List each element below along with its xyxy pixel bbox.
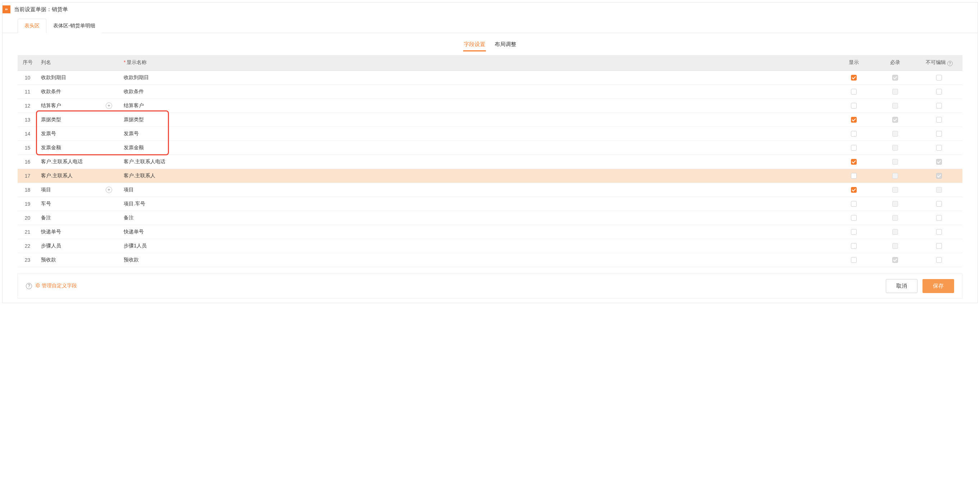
col-header-name: 列名 — [37, 55, 120, 70]
col-header-display-name: *显示名称 — [120, 55, 833, 70]
required-checkbox — [892, 229, 898, 235]
manage-custom-fields-link[interactable]: 管理自定义字段 — [35, 283, 77, 289]
readonly-checkbox[interactable] — [936, 89, 942, 95]
required-checkbox — [892, 75, 898, 81]
row-seq: 13 — [18, 113, 37, 127]
table-row[interactable]: 21快递单号快递单号 — [18, 225, 963, 239]
required-checkbox — [892, 159, 898, 165]
table-row[interactable]: 11收款条件收款条件 — [18, 84, 963, 99]
readonly-checkbox — [936, 173, 942, 179]
row-seq: 11 — [18, 84, 37, 99]
show-checkbox[interactable] — [851, 257, 857, 263]
row-display-name[interactable]: 收款条件 — [120, 84, 833, 99]
row-seq: 17 — [18, 169, 37, 183]
required-checkbox — [892, 145, 898, 151]
row-seq: 20 — [18, 211, 37, 225]
row-column-name: 收款到期日 — [37, 70, 120, 84]
show-checkbox[interactable] — [851, 131, 857, 137]
readonly-checkbox[interactable] — [936, 75, 942, 81]
show-checkbox[interactable] — [851, 187, 857, 193]
row-seq: 19 — [18, 197, 37, 211]
row-seq: 21 — [18, 225, 37, 239]
row-column-name: 票据类型 — [37, 113, 120, 127]
show-checkbox[interactable] — [851, 229, 857, 235]
table-row[interactable]: 17客户.主联系人客户.主联系人 — [18, 169, 963, 183]
required-checkbox — [892, 131, 898, 137]
table-row[interactable]: 19车号项目.车号 — [18, 197, 963, 211]
show-checkbox[interactable] — [851, 173, 857, 179]
row-display-name[interactable]: 项目.车号 — [120, 197, 833, 211]
add-related-field-button[interactable]: + — [106, 102, 112, 109]
row-column-name: 结算客户+ — [37, 99, 120, 113]
row-column-name: 客户.主联系人电话 — [37, 154, 120, 169]
readonly-checkbox[interactable] — [936, 131, 942, 137]
row-display-name[interactable]: 收款到期日 — [120, 70, 833, 84]
readonly-checkbox[interactable] — [936, 243, 942, 249]
show-checkbox[interactable] — [851, 103, 857, 108]
readonly-checkbox[interactable] — [936, 103, 942, 108]
show-checkbox[interactable] — [851, 89, 857, 95]
required-star-icon: * — [124, 59, 126, 65]
subtab-layout-adjust[interactable]: 布局调整 — [494, 39, 517, 51]
row-display-name[interactable]: 客户.主联系人电话 — [120, 154, 833, 169]
add-related-field-button[interactable]: + — [106, 186, 112, 193]
required-checkbox — [892, 187, 898, 193]
row-display-name[interactable]: 结算客户 — [120, 99, 833, 113]
readonly-checkbox[interactable] — [936, 201, 942, 207]
save-button[interactable]: 保存 — [923, 279, 954, 293]
col-header-show: 显示 — [833, 55, 874, 70]
row-display-name[interactable]: 发票金额 — [120, 141, 833, 154]
readonly-checkbox[interactable] — [936, 229, 942, 235]
row-seq: 16 — [18, 154, 37, 169]
table-row[interactable]: 10收款到期日收款到期日 — [18, 70, 963, 84]
row-seq: 10 — [18, 70, 37, 84]
row-seq: 14 — [18, 127, 37, 141]
table-row[interactable]: 15发票金额发票金额 — [18, 141, 963, 154]
show-checkbox[interactable] — [851, 159, 857, 165]
show-checkbox[interactable] — [851, 201, 857, 207]
row-column-name: 快递单号 — [37, 225, 120, 239]
readonly-checkbox[interactable] — [936, 117, 942, 123]
table-row[interactable]: 23预收款预收款 — [18, 253, 963, 267]
row-display-name[interactable]: 票据类型 — [120, 113, 833, 127]
row-seq: 12 — [18, 99, 37, 113]
table-row[interactable]: 14发票号发票号 — [18, 127, 963, 141]
question-icon[interactable]: ? — [26, 283, 32, 289]
row-column-name: 预收款 — [37, 253, 120, 267]
row-display-name[interactable]: 发票号 — [120, 127, 833, 141]
table-row[interactable]: 18项目+项目 — [18, 183, 963, 197]
table-row[interactable]: 12结算客户+结算客户 — [18, 99, 963, 113]
col-header-required: 必录 — [874, 55, 916, 70]
row-display-name[interactable]: 快递单号 — [120, 225, 833, 239]
table-row[interactable]: 20备注备注 — [18, 211, 963, 225]
show-checkbox[interactable] — [851, 117, 857, 123]
chevron-double-right-icon — [4, 7, 9, 11]
show-checkbox[interactable] — [851, 243, 857, 249]
table-row[interactable]: 22步骤人员步骤1人员 — [18, 239, 963, 253]
tab-body-area[interactable]: 表体区-销货单明细 — [46, 19, 102, 33]
required-checkbox — [892, 201, 898, 207]
row-column-name: 发票金额 — [37, 141, 120, 154]
row-display-name[interactable]: 项目 — [120, 183, 833, 197]
table-row[interactable]: 13票据类型票据类型 — [18, 113, 963, 127]
table-row[interactable]: 16客户.主联系人电话客户.主联系人电话 — [18, 154, 963, 169]
readonly-checkbox — [936, 187, 942, 193]
readonly-checkbox[interactable] — [936, 215, 942, 221]
required-checkbox — [892, 89, 898, 95]
footer-bar: ? 管理自定义字段 取消 保存 — [18, 274, 963, 298]
readonly-checkbox — [936, 159, 942, 165]
row-display-name[interactable]: 备注 — [120, 211, 833, 225]
readonly-checkbox[interactable] — [936, 257, 942, 263]
show-checkbox[interactable] — [851, 215, 857, 221]
tab-header-area[interactable]: 表头区 — [18, 19, 46, 33]
expand-panel-toggle[interactable] — [3, 5, 10, 13]
readonly-checkbox[interactable] — [936, 145, 942, 151]
subtab-field-settings[interactable]: 字段设置 — [463, 39, 486, 51]
row-display-name[interactable]: 客户.主联系人 — [120, 169, 833, 183]
show-checkbox[interactable] — [851, 145, 857, 151]
show-checkbox[interactable] — [851, 75, 857, 81]
row-display-name[interactable]: 步骤1人员 — [120, 239, 833, 253]
help-icon[interactable]: ? — [947, 61, 953, 66]
row-display-name[interactable]: 预收款 — [120, 253, 833, 267]
cancel-button[interactable]: 取消 — [886, 279, 918, 293]
